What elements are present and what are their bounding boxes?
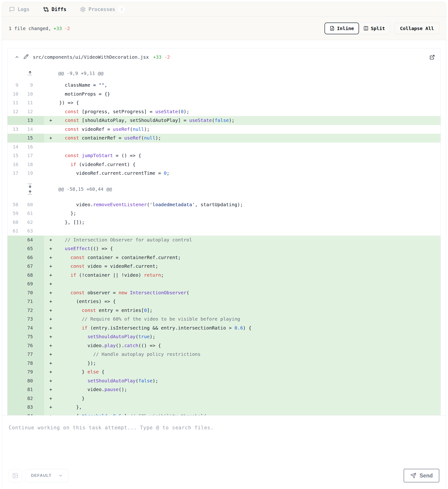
diff-line-added: 13+ const [shouldAutoPlay, setShouldAuto…	[8, 116, 440, 125]
code-line	[59, 227, 440, 236]
expand-up-icon[interactable]	[26, 71, 34, 76]
expand-up-icon[interactable]	[26, 190, 34, 195]
old-line-number	[8, 324, 21, 333]
collapse-all-label: Collapse All	[400, 26, 434, 31]
diff-body: @@ -9,9 +9,11 @@99 className = "",1010 m…	[8, 66, 440, 415]
new-line-number: 16	[21, 143, 36, 152]
app-window: Logs Diffs Processes 3 1 file changed, +…	[2, 2, 446, 489]
attach-image-button[interactable]	[9, 469, 22, 482]
added-marker: +	[44, 385, 59, 394]
tab-diffs[interactable]: Diffs	[43, 7, 66, 12]
code-line: const video = videoRef.current;	[59, 262, 440, 271]
tab-processes-label: Processes	[88, 7, 115, 12]
diff-line-context: 6062 }, []);	[8, 218, 440, 227]
gutter-pad	[36, 209, 44, 218]
gutter-pad	[36, 271, 44, 280]
diff-line-added: 64+ // Intersection Observer for autopla…	[8, 236, 440, 244]
new-line-number: 75	[21, 332, 36, 341]
old-line-number: 13	[8, 125, 21, 134]
gutter-pad	[36, 385, 44, 394]
new-line-number: 76	[21, 341, 36, 350]
added-marker: +	[44, 253, 59, 262]
diff-line-added: 68+ if (!container || !video) return;	[8, 271, 440, 280]
new-line-number: 72	[21, 306, 36, 315]
split-view-button[interactable]: Split	[359, 23, 390, 34]
diff-line-added: 74+ if (entry.isIntersecting && entry.in…	[8, 324, 440, 333]
code-line: },	[59, 403, 440, 412]
code-line: } else {	[59, 367, 440, 376]
model-selector[interactable]: DEFAULT	[26, 469, 68, 482]
new-line-number: 17	[21, 151, 36, 160]
old-line-number	[8, 332, 21, 341]
code-line: if (videoRef.current) {	[59, 160, 440, 169]
diff-line-added: 71+ (entries) => {	[8, 297, 440, 306]
new-line-number: 64	[21, 236, 36, 244]
collapse-file-button[interactable]	[15, 55, 19, 59]
diff-line-context: 1314 const videoRef = useRef(null);	[8, 125, 440, 134]
gutter-pad	[36, 359, 44, 368]
file-path[interactable]: src/components/ui/VideoWithDecoration.js…	[33, 54, 149, 60]
open-file-external-button[interactable]	[429, 55, 435, 60]
new-line-number: 60	[21, 200, 36, 209]
added-marker: +	[44, 394, 59, 403]
gutter-pad	[36, 143, 44, 152]
send-button[interactable]: Send	[404, 469, 439, 482]
old-line-number	[8, 394, 21, 403]
old-line-number: 16	[8, 160, 21, 169]
added-marker	[44, 169, 59, 178]
diff-line-context: 1416	[8, 143, 440, 152]
processes-count-badge: 3	[118, 6, 125, 13]
external-link-icon	[429, 55, 435, 60]
diff-line-added: 73+ // Require 60% of the video to be vi…	[8, 315, 440, 324]
gutter-pad	[36, 376, 44, 385]
diff-line-added: 77+ // Handle autoplay policy restrictio…	[8, 350, 440, 359]
old-line-number: 59	[8, 209, 21, 218]
diff-line-added: 69+	[8, 279, 440, 288]
old-line-number	[8, 341, 21, 350]
inline-view-button[interactable]: Inline	[325, 23, 359, 34]
new-line-number: 11	[21, 98, 36, 107]
send-icon	[410, 473, 416, 479]
files-changed-text: 1 file changed,	[9, 26, 51, 31]
message-input[interactable]: Continue working on this task attempt...…	[9, 425, 439, 431]
added-marker: +	[44, 367, 59, 376]
expand-down-icon[interactable]	[26, 183, 34, 188]
code-line: setShouldAutoPlay(false);	[59, 376, 440, 385]
new-line-number: 65	[21, 244, 36, 253]
file-added-count: +33	[153, 54, 161, 60]
added-marker	[44, 98, 59, 107]
code-line: const [shouldAutoPlay, setShouldAutoPlay…	[59, 116, 440, 125]
old-line-number: 11	[8, 98, 21, 107]
new-line-number: 12	[21, 107, 36, 116]
old-line-number: 10	[8, 90, 21, 99]
old-line-number	[8, 359, 21, 368]
new-line-number: 15	[21, 134, 36, 143]
tab-logs[interactable]: Logs	[9, 7, 30, 12]
new-line-number: 68	[21, 271, 36, 280]
old-line-number: 14	[8, 143, 21, 152]
code-line: // Handle autoplay policy restrictions	[59, 350, 440, 359]
collapse-all-button[interactable]: Collapse All	[395, 23, 440, 34]
view-mode-toggle: Inline Split	[325, 23, 390, 34]
code-line: const jumpToStart = () => {	[59, 151, 440, 160]
old-line-number: 15	[8, 151, 21, 160]
added-marker: +	[44, 279, 59, 288]
added-marker: +	[44, 306, 59, 315]
diff-line-added: 70+ const observer = new IntersectionObs…	[8, 288, 440, 297]
old-line-number	[8, 134, 21, 143]
new-line-number: 82	[21, 394, 36, 403]
file-removed-count: -2	[164, 54, 170, 60]
composer: Continue working on this task attempt...…	[2, 415, 446, 489]
changes-summary: 1 file changed, +33 -2	[9, 26, 70, 31]
old-line-number	[8, 367, 21, 376]
added-marker: +	[44, 350, 59, 359]
added-lines-count: +33	[54, 26, 62, 31]
diff-panel: src/components/ui/VideoWithDecoration.js…	[2, 40, 446, 415]
new-line-number: 70	[21, 288, 36, 297]
tab-processes[interactable]: Processes 3	[80, 6, 125, 13]
diff-line-added: 79+ } else {	[8, 367, 440, 376]
old-line-number	[8, 279, 21, 288]
new-line-number: 79	[21, 367, 36, 376]
code-line: // Require 60% of the video to be visibl…	[59, 315, 440, 324]
old-line-number	[8, 376, 21, 385]
